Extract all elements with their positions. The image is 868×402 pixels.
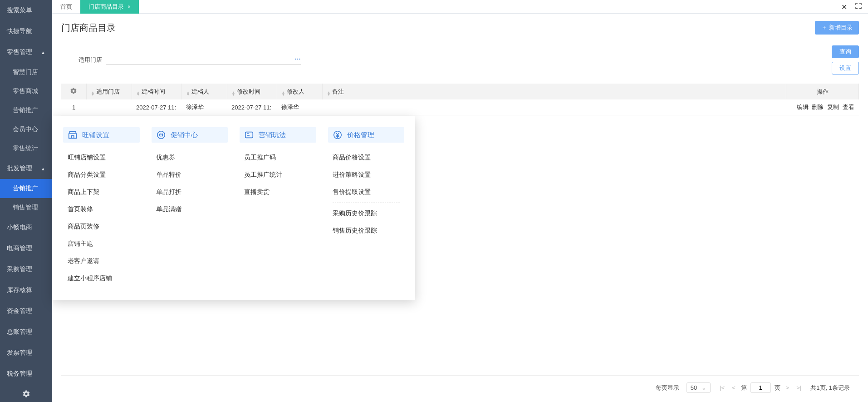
flyout-col-shop-settings: 旺铺设置 旺铺店铺设置 商品分类设置 商品上下架 首页装修 商品页装修 店铺主题… xyxy=(63,127,140,287)
cell-seq: 1 xyxy=(61,99,86,115)
filter-more-icon[interactable]: ··· xyxy=(294,55,301,62)
flyout-item[interactable]: 优惠券 xyxy=(152,149,228,166)
cell-store xyxy=(86,99,132,115)
tabbar-close-button[interactable]: ✕ xyxy=(839,3,849,11)
page-nav: |< < 第 页 > >| xyxy=(718,382,803,393)
flyout-item[interactable]: 进价策略设置 xyxy=(328,166,405,184)
flyout-item[interactable]: 商品页装修 xyxy=(63,218,140,235)
page-first-button[interactable]: |< xyxy=(718,383,726,392)
flyout-item[interactable]: 建立小程序店铺 xyxy=(63,270,140,287)
flyout-col-marketing: 营销玩法 员工推广码 员工推广统计 直播卖货 xyxy=(240,127,316,287)
flyout-item[interactable]: 售价提取设置 xyxy=(328,184,405,201)
flyout-item[interactable]: 直播卖货 xyxy=(240,184,316,201)
marketing-icon xyxy=(244,130,254,140)
filter-store-input[interactable] xyxy=(106,55,294,62)
page-prev-button[interactable]: < xyxy=(730,383,737,392)
sidebar-item-ecommerce[interactable]: 电商管理 xyxy=(0,238,52,259)
sort-icon: ▲▼ xyxy=(186,91,190,96)
cell-modifier: 徐泽华 xyxy=(277,99,322,115)
sidebar-subitem-smart-store[interactable]: 智慧门店 xyxy=(0,63,52,82)
table-row[interactable]: 1 2022-07-27 11: 徐泽华 2022-07-27 11: 徐泽华 … xyxy=(61,99,859,115)
flyout-divider xyxy=(333,203,400,203)
sidebar-item-wholesale[interactable]: 批发管理▲ xyxy=(0,158,52,179)
flyout-item[interactable]: 员工推广码 xyxy=(240,149,316,166)
page-next-button[interactable]: > xyxy=(784,383,791,392)
sidebar-item-retail-mgmt[interactable]: 零售管理▲ xyxy=(0,42,52,63)
sidebar-subitem-retail-stats[interactable]: 零售统计 xyxy=(0,139,52,158)
flyout-item[interactable]: 员工推广统计 xyxy=(240,166,316,184)
sidebar-subitem-sales-mgmt[interactable]: 销售管理 xyxy=(0,198,52,217)
pagesize-select[interactable]: 50 ⌄ xyxy=(687,382,711,393)
add-catalog-button[interactable]: ＋ 新增目录 xyxy=(815,21,859,35)
flyout-item[interactable]: 销售历史价跟踪 xyxy=(328,222,405,239)
query-button[interactable]: 查询 xyxy=(832,45,859,58)
sidebar-item-xiaochang[interactable]: 小畅电商 xyxy=(0,217,52,238)
tab-store-catalog[interactable]: 门店商品目录 × xyxy=(80,0,139,14)
cell-modify-time: 2022-07-27 11: xyxy=(227,99,277,115)
flyout-item[interactable]: 商品价格设置 xyxy=(328,149,405,166)
flyout-item[interactable]: 采购历史价跟踪 xyxy=(328,205,405,222)
sort-icon: ▲▼ xyxy=(232,91,235,96)
sidebar-item-quick-nav[interactable]: 快捷导航 xyxy=(0,21,52,42)
settings-button[interactable]: 设置 xyxy=(832,62,859,74)
column-remark[interactable]: ▲▼备注 xyxy=(322,84,786,99)
flyout-item[interactable]: 店铺主题 xyxy=(63,235,140,253)
shop-icon xyxy=(68,130,78,140)
column-gear[interactable] xyxy=(61,84,86,99)
action-view[interactable]: 查看 xyxy=(843,104,854,110)
page-prefix: 第 xyxy=(741,384,747,392)
flyout-item[interactable]: 商品上下架 xyxy=(63,184,140,201)
cell-create-time: 2022-07-27 11: xyxy=(132,99,181,115)
column-store[interactable]: ▲▼适用门店 xyxy=(86,84,132,99)
flyout-item[interactable]: 商品分类设置 xyxy=(63,166,140,184)
page-last-button[interactable]: >| xyxy=(794,383,803,392)
sidebar-item-funds[interactable]: 资金管理 xyxy=(0,301,52,322)
flyout-col-price: 价格管理 商品价格设置 进价策略设置 售价提取设置 采购历史价跟踪 销售历史价跟… xyxy=(328,127,405,287)
sort-icon: ▲▼ xyxy=(282,91,285,96)
flyout-item[interactable]: 单品打折 xyxy=(152,184,228,201)
pagination-summary: 共1页, 1条记录 xyxy=(810,384,850,392)
action-edit[interactable]: 编辑 xyxy=(797,104,809,110)
flyout-header-marketing: 营销玩法 xyxy=(240,127,316,143)
flyout-item[interactable]: 首页装修 xyxy=(63,201,140,218)
sidebar-item-ledger[interactable]: 总账管理 xyxy=(0,322,52,342)
sidebar-subitem-member-center[interactable]: 会员中心 xyxy=(0,120,52,139)
fullscreen-icon[interactable] xyxy=(853,2,863,11)
flyout-header-promotion: 促销中心 xyxy=(152,127,228,143)
column-modify-time[interactable]: ▲▼修改时间 xyxy=(227,84,277,99)
sidebar-item-purchase[interactable]: 采购管理 xyxy=(0,259,52,280)
main-area: 首页 门店商品目录 × ✕ 门店商品目录 ＋ 新增目录 适用门店 xyxy=(52,0,868,402)
per-page-label: 每页显示 xyxy=(656,384,679,392)
sidebar-item-invoice[interactable]: 发票管理 xyxy=(0,342,52,363)
page-number-input[interactable] xyxy=(750,382,771,393)
chevron-up-icon: ▲ xyxy=(41,166,45,171)
column-creator[interactable]: ▲▼建档人 xyxy=(181,84,227,99)
price-icon xyxy=(333,130,343,140)
sidebar-item-search-menu[interactable]: 搜索菜单 xyxy=(0,0,52,21)
sort-icon: ▲▼ xyxy=(327,91,331,96)
gear-icon xyxy=(22,390,30,398)
flyout-item[interactable]: 旺铺店铺设置 xyxy=(63,149,140,166)
sidebar-subitem-retail-mall[interactable]: 零售商城 xyxy=(0,82,52,101)
tab-home[interactable]: 首页 xyxy=(52,0,80,14)
sidebar-subitem-marketing-wholesale[interactable]: 营销推广 xyxy=(0,179,52,198)
sidebar-item-inventory[interactable]: 库存核算 xyxy=(0,280,52,301)
page-header: 门店商品目录 ＋ 新增目录 xyxy=(52,14,868,42)
flyout-item[interactable]: 单品满赠 xyxy=(152,201,228,218)
data-table: ▲▼适用门店 ▲▼建档时间 ▲▼建档人 ▲▼修改时间 ▲▼修改人 ▲▼备注 操作… xyxy=(61,84,859,115)
svg-rect-1 xyxy=(245,132,253,138)
action-delete[interactable]: 删除 xyxy=(812,104,824,110)
column-create-time[interactable]: ▲▼建档时间 xyxy=(132,84,181,99)
flyout-header-shop: 旺铺设置 xyxy=(63,127,140,143)
column-modifier[interactable]: ▲▼修改人 xyxy=(277,84,322,99)
tab-close-icon[interactable]: × xyxy=(128,4,131,10)
chevron-down-icon: ⌄ xyxy=(701,384,706,391)
action-copy[interactable]: 复制 xyxy=(827,104,839,110)
sidebar-subitem-marketing-retail[interactable]: 营销推广 xyxy=(0,101,52,120)
flyout-item[interactable]: 老客户邀请 xyxy=(63,253,140,270)
sidebar-item-tax[interactable]: 税务管理 xyxy=(0,363,52,384)
page-title: 门店商品目录 xyxy=(61,22,116,34)
sidebar-settings-button[interactable] xyxy=(0,384,52,402)
flyout-item[interactable]: 单品特价 xyxy=(152,166,228,184)
sort-icon: ▲▼ xyxy=(137,91,140,96)
